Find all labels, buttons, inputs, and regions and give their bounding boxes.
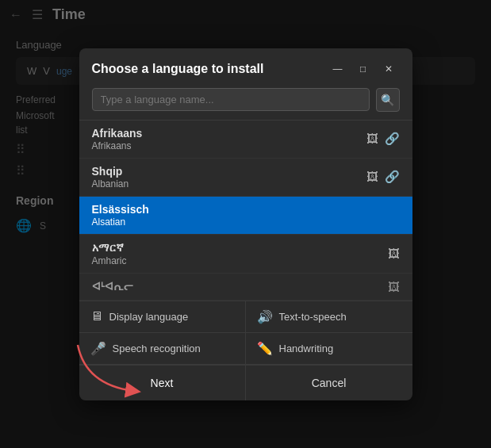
lang-item-afrikaans[interactable]: Afrikaans Afrikaans 🖼 🔗 [79, 121, 412, 159]
options-section: 🖥 Display language 🔊 Text-to-speech 🎤 Sp… [79, 301, 412, 365]
search-icon: 🔍 [381, 94, 394, 106]
display-icon-2: 🖼 [366, 170, 378, 184]
minimize-button[interactable]: — [327, 58, 349, 80]
display-lang-icon: 🖥 [90, 309, 103, 324]
lang-native-amharic: አማርኛ [92, 241, 127, 255]
lang-item-amharic[interactable]: አማርኛ Amharic 🖼 [79, 235, 412, 274]
display-icon: 🖼 [366, 132, 378, 146]
window-controls: — □ ✕ [327, 58, 400, 80]
close-button[interactable]: ✕ [378, 58, 400, 80]
language-list[interactable]: Afrikaans Afrikaans 🖼 🔗 Shqip Albanian 🖼… [79, 120, 412, 301]
lang-native-partial: ᐊᒻᐊᕆᓕ [92, 280, 133, 293]
modal-footer: Next Cancel [79, 365, 412, 400]
next-button[interactable]: Next [79, 366, 246, 400]
lang-item-alsatian[interactable]: Elsässisch Alsatian [79, 197, 412, 235]
tts-label: Text-to-speech [279, 311, 347, 323]
lang-item-albanian[interactable]: Shqip Albanian 🖼 🔗 [79, 159, 412, 197]
modal-title: Choose a language to install [92, 62, 264, 76]
lang-icons-partial: 🖼 [388, 280, 400, 293]
lang-native-albanian: Shqip [92, 165, 129, 178]
option-text-to-speech: 🔊 Text-to-speech [246, 301, 412, 333]
modal-titlebar: Choose a language to install — □ ✕ [79, 48, 412, 80]
lang-native-afrikaans: Afrikaans [92, 127, 143, 140]
link-icon: 🔗 [385, 132, 400, 146]
maximize-button[interactable]: □ [352, 58, 374, 80]
handwriting-label: Handwriting [279, 343, 334, 354]
search-area: 🔍 [79, 80, 412, 120]
language-search-input[interactable] [92, 88, 370, 111]
lang-native-alsatian: Elsässisch [92, 203, 149, 216]
display-icon-3: 🖼 [388, 247, 400, 260]
speech-label: Speech recognition [113, 343, 201, 354]
lang-icons-amharic: 🖼 [388, 247, 400, 260]
lang-english-amharic: Amharic [92, 255, 127, 266]
display-lang-label: Display language [109, 311, 189, 323]
lang-english-alsatian: Alsatian [92, 216, 149, 228]
option-handwriting: ✏️ Handwriting [246, 333, 412, 365]
option-display-language: 🖥 Display language [79, 301, 246, 333]
language-install-dialog: Choose a language to install — □ ✕ 🔍 Afr… [79, 48, 412, 400]
mic-icon: 🎤 [90, 341, 106, 356]
handwriting-icon: ✏️ [257, 341, 273, 356]
display-icon-4: 🖼 [388, 280, 400, 293]
modal-overlay: Choose a language to install — □ ✕ 🔍 Afr… [0, 0, 491, 448]
tts-icon: 🔊 [257, 309, 273, 324]
search-button[interactable]: 🔍 [376, 88, 400, 112]
lang-english-albanian: Albanian [92, 178, 129, 190]
lang-icons-albanian: 🖼 🔗 [366, 170, 400, 184]
cancel-button[interactable]: Cancel [246, 366, 412, 400]
link-icon-2: 🔗 [385, 170, 400, 184]
lang-icons-afrikaans: 🖼 🔗 [366, 132, 400, 146]
lang-item-partial[interactable]: ᐊᒻᐊᕆᓕ 🖼 [79, 274, 412, 301]
option-speech-recognition: 🎤 Speech recognition [79, 333, 246, 365]
lang-english-afrikaans: Afrikaans [92, 140, 143, 151]
